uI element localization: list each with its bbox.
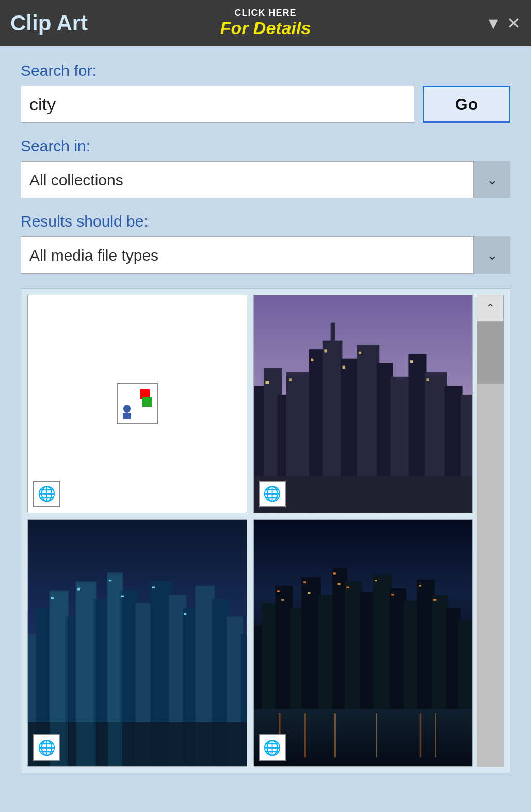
svg-rect-85 [419,585,421,586]
svg-rect-28 [426,378,429,381]
city-skyline-svg-1 [254,295,473,513]
dropdown-button[interactable]: ▼ [485,15,502,31]
clip-mini-icon [117,383,158,424]
search-in-label: Search in: [21,137,510,155]
globe-badge-4: 🌐 [259,734,286,761]
svg-rect-53 [109,580,111,581]
title-bar-controls: ▼ ✕ [485,15,521,31]
svg-rect-23 [311,359,313,361]
svg-rect-79 [308,592,310,594]
promo-banner[interactable]: CLICK HERE For Details [220,8,311,38]
svg-rect-20 [254,476,473,513]
city-image-4 [254,520,473,766]
main-content: Search for: Go Search in: All collection… [0,46,531,789]
results-should-be-label: Results should be: [21,213,510,230]
clip-item-2[interactable]: 🌐 [253,295,473,513]
svg-rect-27 [410,360,412,363]
svg-rect-77 [281,599,284,600]
globe-badge-1: 🌐 [33,481,60,507]
svg-rect-26 [358,352,361,354]
search-input[interactable] [21,86,414,123]
svg-rect-82 [346,586,349,588]
svg-rect-86 [433,599,436,600]
svg-rect-84 [391,594,394,595]
clip-item-4[interactable]: 🌐 [253,519,473,767]
svg-rect-81 [337,583,340,584]
search-in-wrapper: All collections My collections Office.co… [21,161,510,198]
globe-badge-2: 🌐 [259,481,286,507]
svg-rect-1 [123,413,131,419]
svg-rect-10 [330,323,335,345]
city-skyline-svg-2 [28,520,247,766]
svg-rect-51 [51,597,54,599]
results-type-container: All media file types Illustrations Photo… [21,236,510,274]
city-image-3 [28,520,247,766]
svg-rect-22 [288,378,291,381]
search-in-select[interactable]: All collections My collections Office.co… [21,161,510,198]
svg-rect-54 [121,595,124,597]
clip-icon-placeholder [111,378,163,429]
svg-rect-24 [324,349,327,352]
svg-rect-50 [108,574,122,766]
click-here-label: CLICK HERE [220,8,311,19]
results-scrollbar: ⌃ [477,295,504,767]
for-details-label: For Details [220,19,311,38]
results-type-select[interactable]: All media file types Illustrations Photo… [21,236,510,274]
results-area: 🌐 [21,288,510,773]
globe-badge-3: 🌐 [33,734,60,761]
results-grid: 🌐 [27,295,473,767]
svg-point-0 [123,405,131,413]
clip-item-1[interactable]: 🌐 [27,295,247,513]
svg-rect-87 [254,709,473,766]
scroll-track[interactable] [477,322,504,767]
mini-green-square [142,397,152,407]
svg-rect-55 [152,586,155,588]
clip-item-3[interactable]: 🌐 [27,519,247,767]
search-for-label: Search for: [21,62,510,79]
go-button[interactable]: Go [423,86,510,123]
person-icon [121,404,139,420]
close-button[interactable]: ✕ [507,15,521,31]
svg-rect-80 [333,572,335,574]
app-title: Clip Art [10,11,88,36]
svg-rect-78 [303,581,305,583]
city-image-2 [254,295,473,513]
search-row: Go [21,86,510,123]
svg-rect-49 [76,583,95,766]
scroll-thumb[interactable] [477,322,504,384]
svg-rect-25 [342,366,345,369]
title-bar: Clip Art CLICK HERE For Details ▼ ✕ [0,0,531,46]
city-skyline-svg-3 [254,520,473,766]
svg-rect-52 [77,588,80,590]
scroll-up-button[interactable]: ⌃ [477,295,504,322]
svg-rect-21 [265,381,269,384]
svg-rect-76 [277,590,279,592]
svg-rect-83 [374,580,377,581]
search-in-container: All collections My collections Office.co… [21,161,510,198]
results-type-wrapper: All media file types Illustrations Photo… [21,236,510,274]
svg-rect-56 [184,613,186,614]
